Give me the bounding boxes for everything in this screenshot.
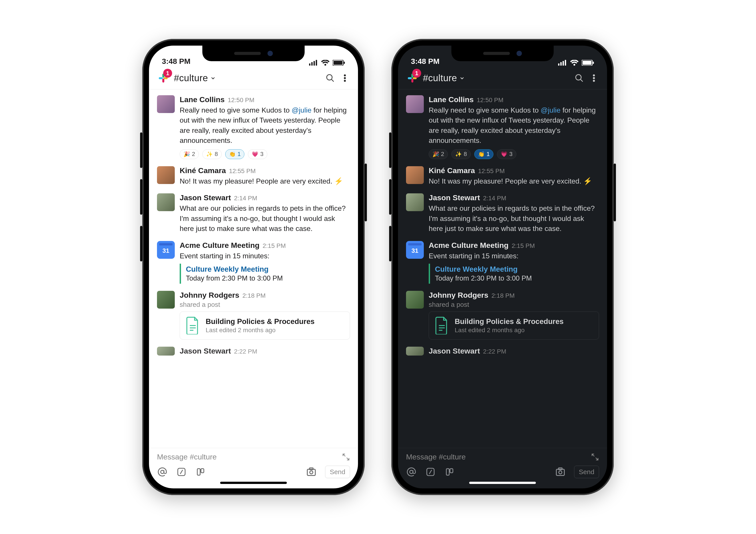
composer-input[interactable]: Message #culture (157, 453, 217, 461)
message-list[interactable]: Lane Collins 12:50 PM Really need to giv… (149, 90, 358, 448)
message[interactable]: Jason Stewart 2:22 PM (149, 343, 358, 357)
svg-rect-0 (309, 63, 310, 66)
photo-button[interactable] (306, 466, 317, 477)
slash-command-button[interactable] (425, 466, 436, 477)
unread-badge: 1 (412, 69, 421, 78)
message[interactable]: Lane Collins 12:50 PM Really need to giv… (149, 91, 358, 162)
reaction[interactable]: 🎉2 (180, 149, 199, 159)
svg-point-13 (344, 74, 346, 76)
mention[interactable]: @julie (541, 106, 560, 114)
message[interactable]: 31 Acme Culture Meeting 2:15 PM Event st… (398, 237, 607, 287)
reaction[interactable]: 👏1 (225, 149, 244, 159)
avatar[interactable] (406, 166, 424, 184)
mention-button[interactable] (157, 466, 168, 477)
message-time: 2:22 PM (483, 348, 506, 355)
cellular-icon (558, 60, 567, 66)
message[interactable]: Johnny Rodgers 2:18 PM shared a post Bui… (149, 287, 358, 343)
svg-line-52 (429, 470, 432, 474)
message[interactable]: Kiné Camara 12:55 PM No! It was my pleas… (398, 162, 607, 189)
avatar[interactable] (157, 166, 175, 184)
svg-rect-53 (446, 468, 449, 475)
post-title: Building Policies & Procedures (206, 317, 315, 326)
reaction[interactable]: 🎉2 (429, 149, 448, 159)
home-indicator[interactable] (469, 482, 536, 484)
avatar[interactable] (406, 347, 424, 355)
channel-name-button[interactable]: #culture (174, 73, 215, 83)
reaction[interactable]: 💗3 (248, 149, 267, 159)
svg-rect-3 (316, 60, 317, 66)
svg-rect-36 (408, 77, 412, 79)
message-subtext: shared a post (180, 301, 350, 308)
search-button[interactable] (574, 73, 584, 83)
message[interactable]: Jason Stewart 2:14 PM What are our polic… (398, 189, 607, 237)
message-author: Jason Stewart (429, 347, 480, 355)
send-button[interactable]: Send (325, 466, 350, 478)
attach-button[interactable] (444, 466, 455, 477)
expand-icon[interactable] (591, 453, 599, 461)
avatar[interactable] (157, 347, 175, 355)
svg-point-43 (593, 77, 595, 79)
avatar[interactable] (406, 95, 424, 113)
message-time: 12:55 PM (229, 168, 256, 175)
reaction-bar: 🎉2 ✨8 👏1 💗3 (180, 149, 350, 159)
message[interactable]: Jason Stewart 2:22 PM (398, 343, 607, 357)
message-time: 2:15 PM (512, 242, 535, 249)
channel-header: 1 #culture (149, 68, 358, 90)
expand-icon[interactable] (342, 453, 350, 461)
message-list[interactable]: Lane Collins 12:50 PM Really need to giv… (398, 90, 607, 448)
reaction[interactable]: ✨8 (451, 149, 471, 159)
svg-rect-34 (582, 61, 591, 65)
overflow-button[interactable] (589, 73, 599, 83)
wifi-icon (570, 60, 579, 66)
attach-button[interactable] (195, 466, 206, 477)
svg-rect-10 (162, 78, 164, 83)
event-attachment[interactable]: Culture Weekly Meeting Today from 2:30 P… (180, 264, 350, 284)
workspace-switcher[interactable]: 1 (406, 72, 418, 84)
photo-button[interactable] (555, 466, 566, 477)
overflow-button[interactable] (340, 73, 350, 83)
send-button[interactable]: Send (574, 466, 599, 478)
message-time: 2:14 PM (483, 195, 506, 202)
svg-point-27 (310, 471, 313, 474)
status-time: 3:48 PM (162, 57, 191, 66)
slash-command-button[interactable] (176, 466, 187, 477)
message[interactable]: Johnny Rodgers 2:18 PM shared a post Bui… (398, 287, 607, 343)
svg-rect-39 (411, 78, 413, 83)
home-indicator[interactable] (220, 482, 287, 484)
mention[interactable]: @julie (291, 106, 311, 114)
photo-icon (306, 466, 317, 477)
message-text: Really need to give some Kudos to @julie… (180, 105, 350, 146)
reaction[interactable]: 👏1 (474, 149, 493, 159)
mention-button[interactable] (406, 466, 417, 477)
reaction[interactable]: 💗3 (497, 149, 516, 159)
svg-rect-31 (562, 61, 564, 66)
workspace-switcher[interactable]: 1 (157, 72, 170, 84)
calendar-avatar-icon[interactable]: 31 (406, 241, 424, 259)
calendar-avatar-icon[interactable]: 31 (157, 241, 175, 259)
message[interactable]: Kiné Camara 12:55 PM No! It was my pleas… (149, 162, 358, 189)
event-time: Today from 2:30 PM to 3:00 PM (186, 274, 350, 282)
avatar[interactable] (157, 193, 175, 211)
avatar[interactable] (406, 193, 424, 211)
post-attachment[interactable]: Building Policies & Procedures Last edit… (429, 312, 599, 340)
search-icon (326, 73, 335, 83)
event-attachment[interactable]: Culture Weekly Meeting Today from 2:30 P… (429, 264, 599, 284)
composer-input[interactable]: Message #culture (406, 453, 466, 461)
message-text: Really need to give some Kudos to @julie… (429, 105, 599, 146)
message[interactable]: 31 Acme Culture Meeting 2:15 PM Event st… (149, 237, 358, 287)
event-title: Culture Weekly Meeting (186, 265, 350, 273)
post-attachment[interactable]: Building Policies & Procedures Last edit… (180, 312, 350, 340)
message-text: What are our policies in regards to pets… (180, 203, 350, 234)
message[interactable]: Lane Collins 12:50 PM Really need to giv… (398, 91, 607, 162)
channel-name-button[interactable]: #culture (423, 73, 465, 83)
avatar[interactable] (157, 95, 175, 113)
avatar[interactable] (406, 291, 424, 309)
search-button[interactable] (325, 73, 335, 83)
svg-line-20 (347, 458, 349, 460)
message[interactable]: Jason Stewart 2:14 PM What are our polic… (149, 189, 358, 237)
unread-badge: 1 (163, 69, 172, 78)
message-author: Acme Culture Meeting (429, 241, 508, 250)
reaction[interactable]: ✨8 (202, 149, 222, 159)
avatar[interactable] (157, 291, 175, 309)
at-icon (157, 467, 167, 477)
